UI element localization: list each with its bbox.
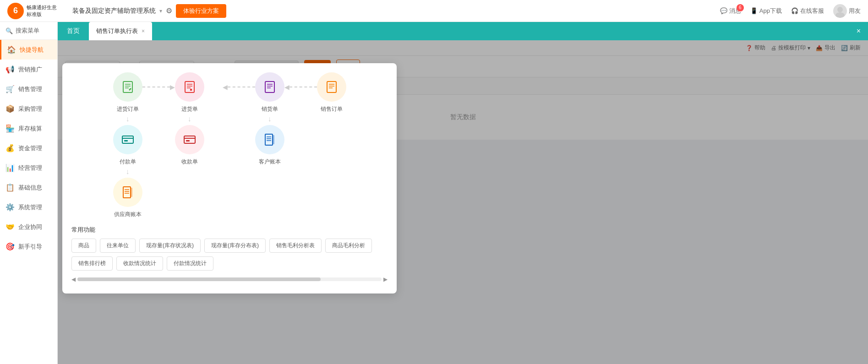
system-title: 装备及固定资产辅助管理系统 ▾ ⚙ <box>72 6 172 15</box>
arrow-right-3: ◀ <box>284 72 317 91</box>
sidebar-item-inventory[interactable]: 🏪 库存核算 <box>0 119 57 138</box>
online-service-item[interactable]: 🎧 在线客服 <box>791 7 824 15</box>
func-btn-stock-status[interactable]: 现存量(库存状况表) <box>139 239 201 253</box>
page-content: ❓ 帮助 🖨 按模板打印 ▾ 📤 导出 🔄 刷新 <box>58 40 868 364</box>
flow-node-purchase-bill[interactable]: 进货单 <box>175 72 204 113</box>
sales-bill-circle <box>255 72 284 102</box>
arrow-right-1: ▶ <box>142 72 175 91</box>
flow-col-left: 进货订单 ↓ 付款单 ↓ <box>113 72 142 218</box>
basic-info-icon: 📋 <box>5 183 15 192</box>
tab-bar-close-icon[interactable]: × <box>857 27 861 35</box>
arrow-right-2: ◀ <box>223 72 255 91</box>
sidebar-item-basic-info[interactable]: 📋 基础信息 <box>0 178 57 197</box>
flow-node-sales-bill[interactable]: 销货单 <box>255 72 284 113</box>
flow-diagram: 进货订单 ↓ 付款单 ↓ <box>71 72 388 218</box>
user-item[interactable]: 用友 <box>833 4 861 18</box>
flow-node-supplier-ledger[interactable]: 供应商账本 <box>113 178 142 218</box>
flow-node-customer-ledger[interactable]: 客户账本 <box>255 125 284 166</box>
flow-node-payment[interactable]: 付款单 <box>113 125 142 166</box>
arrow-down-1: ↓ <box>126 115 130 123</box>
tab-bar: 首页 销售订单执行表 × × <box>58 22 868 40</box>
purchase-order-label: 进货订单 <box>117 105 139 113</box>
func-btn-receipt-stats[interactable]: 收款情况统计 <box>116 256 163 271</box>
scroll-track[interactable] <box>77 277 382 281</box>
receipt-circle <box>175 125 204 154</box>
svg-rect-8 <box>124 140 128 141</box>
flow-col-mid: 进货单 ↓ 收款单 <box>175 72 204 166</box>
scroll-thumb[interactable] <box>77 277 321 281</box>
top-right-area: 💬 消息 6 📱 App下载 🎧 在线客服 用友 <box>720 4 861 18</box>
tab-home[interactable]: 首页 <box>58 22 89 40</box>
func-btn-supplier-customer[interactable]: 往来单位 <box>100 239 136 253</box>
headset-icon: 🎧 <box>791 7 798 14</box>
new-user-icon: 🎯 <box>5 242 15 251</box>
sidebar-item-new-user[interactable]: 🎯 新手引导 <box>0 237 57 256</box>
search-menu[interactable]: 🔍 搜索菜单 <box>0 22 57 40</box>
sidebar-item-operations[interactable]: 📊 经营管理 <box>0 158 57 178</box>
func-btn-product-margin[interactable]: 商品毛利分析 <box>325 239 372 253</box>
inventory-icon: 🏪 <box>5 124 15 133</box>
scroll-right-arrow[interactable]: ▶ <box>383 276 388 283</box>
quick-nav-popup: 进货订单 ↓ 付款单 ↓ <box>62 63 397 293</box>
payment-circle <box>113 125 142 154</box>
message-icon: 💬 <box>720 7 727 14</box>
tab-sales-order-exec[interactable]: 销售订单执行表 × <box>89 22 152 40</box>
func-btn-product[interactable]: 商品 <box>71 239 96 253</box>
supplier-ledger-circle <box>113 178 142 207</box>
sidebar-item-system[interactable]: ⚙️ 系统管理 <box>0 197 57 217</box>
sales-order-circle <box>317 72 346 102</box>
svg-rect-10 <box>131 188 132 197</box>
message-item[interactable]: 💬 消息 6 <box>720 7 741 15</box>
svg-rect-26 <box>273 135 274 144</box>
finance-icon: 💰 <box>5 144 15 152</box>
func-buttons-row1: 商品 往来单位 现存量(库存状况表) 现存量(库存分布表) 销售毛利分析表 商品… <box>71 239 388 253</box>
common-functions-title: 常用功能 <box>71 226 388 234</box>
logo-area: 6 畅康通好生意 标准版 <box>7 3 65 19</box>
scroll-left-arrow[interactable]: ◀ <box>71 276 76 283</box>
sidebar-item-sales[interactable]: 🛒 销售管理 <box>0 79 57 99</box>
svg-rect-14 <box>185 81 194 92</box>
svg-rect-20 <box>186 140 190 141</box>
marketing-icon: 📢 <box>5 65 15 74</box>
payment-label: 付款单 <box>120 158 136 166</box>
svg-rect-18 <box>184 136 195 143</box>
system-dropdown-icon[interactable]: ▾ <box>159 8 162 14</box>
trial-button[interactable]: 体验行业方案 <box>176 4 226 18</box>
operations-icon: 📊 <box>5 163 15 172</box>
sidebar-item-purchase[interactable]: 📦 采购管理 <box>0 99 57 119</box>
func-btn-stock-dist[interactable]: 现存量(库存分布表) <box>204 239 266 253</box>
logo-icon: 6 <box>7 3 24 19</box>
sidebar-item-enterprise[interactable]: 🤝 企业协同 <box>0 217 57 237</box>
tab-close-icon[interactable]: × <box>142 28 145 34</box>
content-area: 首页 销售订单执行表 × × ❓ 帮助 🖨 <box>58 22 868 364</box>
phone-icon: 📱 <box>750 7 758 14</box>
scroll-bar: ◀ ▶ <box>71 274 388 284</box>
func-btn-sales-margin[interactable]: 销售毛利分析表 <box>269 239 322 253</box>
func-btn-sales-rank[interactable]: 销售排行榜 <box>71 256 113 271</box>
purchase-bill-label: 进货单 <box>181 105 198 113</box>
arrow-down-2: ↓ <box>188 115 191 123</box>
svg-rect-9 <box>123 187 131 198</box>
sidebar-item-marketing[interactable]: 📢 营销推广 <box>0 60 57 79</box>
home-icon: 🏠 <box>7 45 16 54</box>
purchase-icon: 📦 <box>5 104 15 113</box>
settings-icon[interactable]: ⚙ <box>166 6 172 15</box>
svg-rect-21 <box>265 81 274 92</box>
customer-ledger-circle <box>255 125 284 154</box>
flow-node-receipt[interactable]: 收款单 <box>175 125 204 166</box>
app-download-item[interactable]: 📱 App下载 <box>750 7 782 15</box>
system-icon: ⚙️ <box>5 203 15 212</box>
flow-node-sales-order[interactable]: 销售订单 <box>317 72 346 113</box>
flow-col-right-inner: 销货单 ↓ 客户账本 <box>255 72 284 166</box>
svg-rect-6 <box>122 136 133 143</box>
message-badge: 6 <box>737 4 744 11</box>
svg-rect-2 <box>123 81 132 92</box>
func-btn-payment-stats[interactable]: 付款情况统计 <box>167 256 213 271</box>
flow-col-far-right: 销售订单 <box>317 72 346 113</box>
logo-text: 畅康通好生意 标准版 <box>27 4 57 17</box>
sidebar-item-quick-nav[interactable]: 🏠 快捷导航 <box>0 40 57 60</box>
sidebar-item-finance[interactable]: 💰 资金管理 <box>0 138 57 158</box>
svg-rect-30 <box>327 81 336 92</box>
flow-node-purchase-order[interactable]: 进货订单 <box>113 72 142 113</box>
func-buttons-row2: 销售排行榜 收款情况统计 付款情况统计 <box>71 256 388 271</box>
